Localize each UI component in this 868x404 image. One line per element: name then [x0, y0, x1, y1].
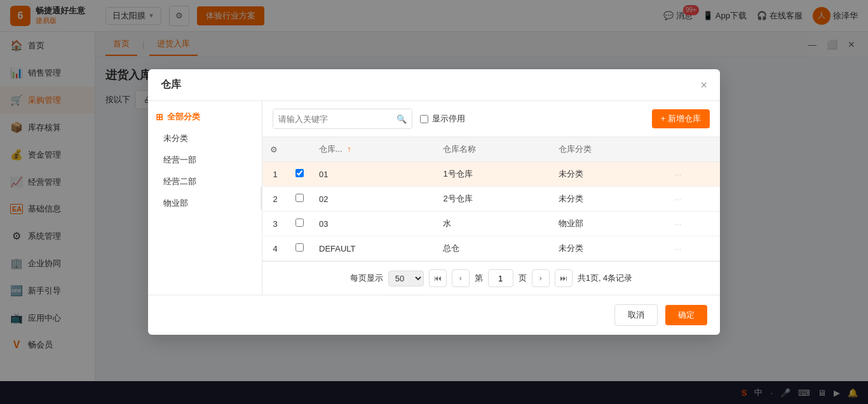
add-warehouse-button[interactable]: + 新增仓库 [652, 109, 710, 128]
pagination-bar: 每页显示 50 100 200 ⏮ ‹ 第 页 › ⏭ 共1页, 4条记录 [262, 261, 720, 295]
all-categories-item[interactable]: ⊞ 全部分类 [148, 106, 262, 128]
table-row[interactable]: 1 01 1号仓库 未分类 ··· [262, 162, 720, 187]
row-code: 02 [311, 187, 435, 212]
row-checkbox[interactable] [295, 219, 304, 227]
th-code: 仓库... ↑ [311, 137, 435, 162]
last-page-button[interactable]: ⏭ [555, 269, 573, 287]
data-table-wrap: ⚙ 仓库... ↑ 仓库名称 仓库分类 [262, 137, 720, 261]
category-item-ops1[interactable]: 经营一部 [148, 149, 262, 171]
page-input[interactable] [488, 269, 513, 287]
warehouse-table: ⚙ 仓库... ↑ 仓库名称 仓库分类 [262, 137, 720, 261]
table-row[interactable]: 2 02 2号仓库 未分类 ··· [262, 187, 720, 212]
per-page-label: 每页显示 [350, 273, 383, 284]
row-checkbox[interactable] [295, 194, 304, 202]
category-item-none[interactable]: 未分类 [148, 128, 262, 149]
row-category: 物业部 [551, 212, 667, 236]
search-icon[interactable]: 🔍 [391, 109, 412, 129]
sort-icon[interactable]: ↑ [347, 144, 351, 154]
page-prefix: 第 [475, 273, 483, 284]
th-checkbox [288, 137, 311, 162]
th-name: 仓库名称 [435, 137, 551, 162]
row-number: 2 [262, 187, 288, 212]
show-disabled-label[interactable]: 显示停用 [420, 113, 465, 125]
row-actions[interactable]: ··· [667, 162, 720, 187]
search-input[interactable] [273, 109, 391, 128]
modal-overlay: 仓库 × ⊞ 全部分类 未分类 经营一部 经营二部 [0, 0, 868, 404]
th-settings: ⚙ [262, 137, 288, 162]
warehouse-modal: 仓库 × ⊞ 全部分类 未分类 经营一部 经营二部 [148, 69, 720, 335]
row-actions[interactable]: ··· [667, 212, 720, 236]
row-name: 1号仓库 [435, 162, 551, 187]
row-code: 03 [311, 212, 435, 236]
row-code: 01 [311, 162, 435, 187]
table-toolbar: 🔍 显示停用 + 新增仓库 [262, 101, 720, 137]
row-actions[interactable]: ··· [667, 187, 720, 212]
category-item-ops2[interactable]: 经营二部 [148, 171, 262, 192]
page-suffix: 页 [519, 273, 527, 284]
th-category: 仓库分类 [551, 137, 667, 162]
next-page-button[interactable]: › [532, 269, 550, 287]
first-page-button[interactable]: ⏮ [429, 269, 447, 287]
table-row[interactable]: 3 03 水 物业部 ··· [262, 212, 720, 236]
row-number: 3 [262, 212, 288, 236]
row-checkbox-cell[interactable] [288, 187, 311, 212]
modal-close-button[interactable]: × [700, 79, 707, 91]
category-panel: ⊞ 全部分类 未分类 经营一部 经营二部 物业部 « [148, 101, 262, 295]
table-row[interactable]: 4 DEFAULT 总仓 未分类 ··· [262, 236, 720, 261]
confirm-button[interactable]: 确定 [665, 305, 707, 325]
modal-title: 仓库 [161, 78, 181, 91]
table-panel: 🔍 显示停用 + 新增仓库 ⚙ [262, 101, 720, 295]
row-number: 1 [262, 162, 288, 187]
row-checkbox-cell[interactable] [288, 162, 311, 187]
grid-icon: ⊞ [156, 112, 163, 122]
row-category: 未分类 [551, 236, 667, 261]
cancel-button[interactable]: 取消 [614, 304, 658, 326]
row-name: 2号仓库 [435, 187, 551, 212]
row-actions[interactable]: ··· [667, 236, 720, 261]
category-item-property[interactable]: 物业部 [148, 192, 262, 214]
row-name: 总仓 [435, 236, 551, 261]
row-checkbox-cell[interactable] [288, 212, 311, 236]
search-input-wrap: 🔍 [273, 109, 412, 129]
modal-body: ⊞ 全部分类 未分类 经营一部 经营二部 物业部 « [148, 101, 720, 295]
collapse-panel-button[interactable]: « [261, 187, 262, 210]
row-checkbox[interactable] [295, 243, 304, 252]
page-size-select[interactable]: 50 100 200 [388, 271, 424, 286]
row-number: 4 [262, 236, 288, 261]
gear-icon: ⚙ [270, 145, 278, 154]
modal-header: 仓库 × [148, 69, 720, 101]
th-actions [667, 137, 720, 162]
modal-footer: 取消 确定 [148, 295, 720, 335]
prev-page-button[interactable]: ‹ [452, 269, 470, 287]
row-checkbox[interactable] [295, 169, 304, 177]
row-category: 未分类 [551, 187, 667, 212]
row-category: 未分类 [551, 162, 667, 187]
show-disabled-checkbox[interactable] [420, 115, 428, 123]
total-label: 共1页, 4条记录 [578, 273, 633, 284]
row-checkbox-cell[interactable] [288, 236, 311, 261]
row-name: 水 [435, 212, 551, 236]
row-code: DEFAULT [311, 236, 435, 261]
